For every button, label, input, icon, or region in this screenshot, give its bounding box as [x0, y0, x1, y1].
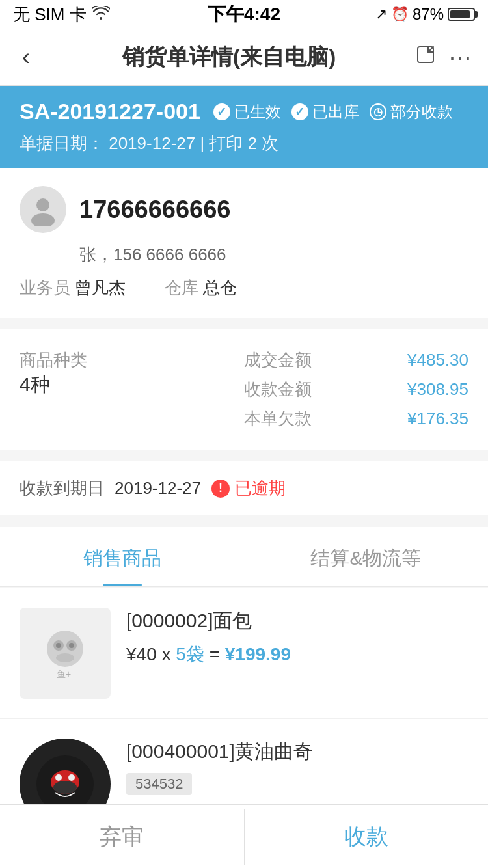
overdue-text: 已逾期 [235, 477, 286, 500]
debt-row: 本单欠款 ¥176.35 [244, 407, 468, 430]
sales-person: 业务员 曾凡杰 [20, 277, 126, 299]
status-bar: 无 SIM 卡 下午4:42 ↗ ⏰ 87% [0, 0, 488, 29]
check-icon-2: ✓ [291, 103, 308, 120]
section-gap-1 [0, 319, 488, 329]
order-date-label: 单据日期： [20, 133, 104, 153]
customer-name-phone: 张，156 6666 6666 [20, 243, 468, 266]
deal-row: 成交金额 ¥485.30 [244, 349, 468, 372]
alarm-icon: ⏰ [391, 6, 409, 23]
product-name-cookie: [000400001]黄油曲奇 [126, 739, 468, 765]
svg-point-7 [69, 643, 74, 648]
status-badges: ✓ 已生效 ✓ 已出库 ◷ 部分收款 [213, 102, 453, 122]
stats-left: 商品种类 4种 [20, 349, 244, 398]
customer-avatar [20, 186, 66, 233]
receive-label: 收款金额 [244, 378, 312, 401]
overdue-icon: ! [211, 480, 230, 498]
bread-qty: 5袋 [176, 644, 204, 664]
sales-label: 业务员 [20, 278, 70, 297]
warehouse-label: 仓库 [165, 278, 198, 297]
type-value: 4种 [20, 372, 244, 398]
more-icon[interactable]: ··· [449, 44, 472, 71]
svg-text:鱼+: 鱼+ [57, 669, 71, 679]
cancel-button[interactable]: 弃审 [0, 809, 245, 865]
svg-point-2 [31, 213, 55, 226]
location-icon: ↗ [375, 6, 387, 23]
customer-id: 17666666666 [79, 196, 230, 224]
svg-point-12 [53, 781, 77, 794]
svg-point-8 [56, 653, 74, 662]
stats-right: 成交金额 ¥485.30 收款金额 ¥308.95 本单欠款 ¥176.35 [244, 349, 468, 430]
back-button[interactable]: ‹ [16, 37, 36, 77]
order-print-info: | 打印 2 次 [200, 133, 278, 153]
status-effective-label: 已生效 [234, 102, 281, 122]
deal-value: ¥485.30 [407, 350, 468, 370]
overdue-badge: ! 已逾期 [211, 477, 286, 500]
status-left: 无 SIM 卡 [13, 3, 110, 26]
product-badge-cookie: 534532 [126, 773, 192, 795]
warehouse-value: 总仓 [203, 278, 237, 297]
sales-value: 曾凡杰 [75, 278, 126, 297]
carrier-label: 无 SIM 卡 [13, 3, 87, 26]
confirm-button[interactable]: 收款 [245, 809, 489, 865]
section-gap-3 [0, 517, 488, 527]
status-partial-label: 部分收款 [390, 102, 453, 122]
order-number: SA-20191227-001 [20, 99, 200, 124]
customer-meta: 业务员 曾凡杰 仓库 总仓 [20, 277, 468, 299]
customer-section: 17666666666 张，156 6666 6666 业务员 曾凡杰 仓库 总… [0, 168, 488, 318]
product-info-bread: [0000002]面包 ¥40 x 5袋 = ¥199.99 [126, 608, 468, 667]
debt-value: ¥176.35 [407, 409, 468, 429]
order-date-row: 单据日期： 2019-12-27 | 打印 2 次 [20, 132, 468, 155]
battery-percent: 87% [413, 5, 444, 23]
product-name-bread: [0000002]面包 [126, 608, 468, 634]
battery-icon [448, 8, 475, 21]
deal-label: 成交金额 [244, 349, 312, 372]
tab-settlement[interactable]: 结算&物流等 [244, 527, 488, 586]
svg-point-14 [68, 774, 75, 781]
share-icon[interactable] [415, 44, 436, 70]
due-date-section: 收款到期日 2019-12-27 ! 已逾期 [0, 461, 488, 515]
warehouse: 仓库 总仓 [165, 277, 237, 299]
svg-point-6 [56, 643, 61, 648]
bread-total: ¥199.99 [225, 644, 291, 664]
clock-icon: ◷ [370, 103, 386, 120]
due-label: 收款到期日 [20, 477, 104, 500]
debt-label: 本单欠款 [244, 407, 312, 430]
product-image-bread: 鱼+ [20, 608, 111, 699]
check-icon: ✓ [213, 103, 230, 120]
tabs-section: 销售商品 结算&物流等 [0, 527, 488, 587]
type-label: 商品种类 [20, 349, 244, 372]
status-right: ↗ ⏰ 87% [375, 5, 475, 23]
status-shipped: ✓ 已出库 [291, 102, 359, 122]
nav-right-icons: ··· [415, 44, 472, 71]
receive-row: 收款金额 ¥308.95 [244, 378, 468, 401]
wifi-icon [92, 5, 110, 25]
order-header: SA-20191227-001 ✓ 已生效 ✓ 已出库 ◷ 部分收款 单据日期：… [0, 86, 488, 168]
stats-section: 商品种类 4种 成交金额 ¥485.30 收款金额 ¥308.95 本单欠款 ¥… [0, 329, 488, 450]
due-date-value: 2019-12-27 [115, 478, 201, 498]
product-price-bread: ¥40 x 5袋 = ¥199.99 [126, 642, 468, 667]
bottom-action-bar: 弃审 收款 [0, 804, 488, 868]
status-partial: ◷ 部分收款 [370, 102, 453, 122]
bread-price-text: ¥40 x [126, 644, 176, 664]
nav-bar: ‹ 销货单详情(来自电脑) ··· [0, 29, 488, 86]
page-title: 销货单详情(来自电脑) [43, 42, 415, 72]
status-shipped-label: 已出库 [312, 102, 359, 122]
section-gap-2 [0, 451, 488, 461]
status-effective: ✓ 已生效 [213, 102, 281, 122]
svg-point-1 [36, 198, 49, 211]
svg-point-13 [55, 774, 62, 781]
receive-value: ¥308.95 [407, 379, 468, 400]
bread-eq: = [204, 644, 225, 664]
product-item: 鱼+ [0000002]面包 ¥40 x 5袋 = ¥199.99 [0, 588, 488, 719]
tab-sales[interactable]: 销售商品 [0, 527, 244, 586]
status-time: 下午4:42 [208, 2, 280, 27]
order-date-value: 2019-12-27 [109, 133, 195, 153]
tabs-row: 销售商品 结算&物流等 [0, 527, 488, 587]
